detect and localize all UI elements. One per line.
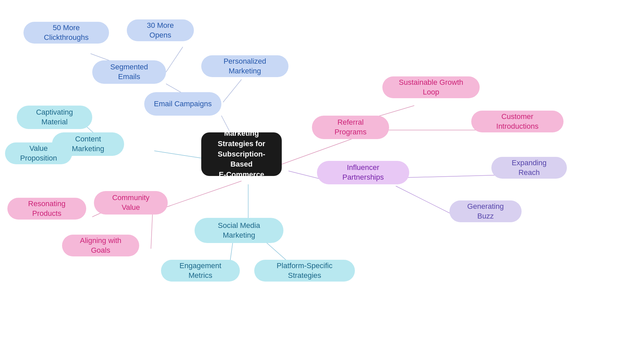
fifty-clickthroughs-label: 50 More Clickthroughs: [33, 23, 100, 42]
segmented-emails-label: Segmented Emails: [102, 62, 157, 81]
segmented-emails-node: Segmented Emails: [92, 60, 166, 84]
social-media-marketing-node: Social Media Marketing: [195, 218, 283, 243]
sustainable-growth-label: Sustainable Growth Loop: [392, 78, 470, 97]
center-node: Marketing Strategies for Subscription-Ba…: [201, 132, 282, 176]
svg-line-4: [282, 136, 361, 164]
sustainable-growth-node: Sustainable Growth Loop: [382, 76, 480, 98]
influencer-partnerships-label: Influencer Partnerships: [326, 163, 400, 182]
value-proposition-label: Value Proposition: [14, 144, 63, 163]
influencer-partnerships-node: Influencer Partnerships: [317, 161, 409, 184]
svg-line-18: [402, 175, 503, 178]
engagement-metrics-label: Engagement Metrics: [170, 261, 230, 280]
captivating-material-label: Captivating Material: [26, 108, 83, 127]
personalized-marketing-label: Personalized Marketing: [211, 57, 279, 76]
social-media-marketing-label: Social Media Marketing: [204, 221, 274, 240]
referral-programs-node: Referral Programs: [312, 116, 389, 139]
customer-introductions-node: Customer Introductions: [471, 111, 564, 132]
resonating-products-node: Resonating Products: [7, 198, 86, 220]
center-label: Marketing Strategies for Subscription-Ba…: [213, 128, 270, 180]
expanding-reach-label: Expanding Reach: [501, 158, 557, 177]
svg-line-13: [151, 211, 153, 249]
thirty-more-opens-label: 30 More Opens: [136, 21, 184, 40]
captivating-material-node: Captivating Material: [17, 106, 92, 129]
fifty-clickthroughs-node: 50 More Clickthroughs: [23, 22, 109, 44]
aligning-with-goals-node: Aligning with Goals: [62, 235, 139, 256]
customer-introductions-label: Customer Introductions: [481, 112, 554, 131]
thirty-more-opens-node: 30 More Opens: [127, 19, 194, 41]
platform-specific-node: Platform-Specific Strategies: [254, 260, 355, 282]
community-value-node: Community Value: [94, 191, 168, 215]
svg-line-2: [159, 181, 241, 209]
referral-programs-label: Referral Programs: [321, 118, 380, 137]
generating-buzz-node: Generating Buzz: [449, 200, 522, 222]
community-value-label: Community Value: [103, 193, 158, 212]
expanding-reach-node: Expanding Reach: [491, 157, 567, 179]
value-proposition-node: Value Proposition: [5, 142, 72, 164]
generating-buzz-label: Generating Buzz: [459, 202, 512, 221]
email-campaigns-node: Email Campaigns: [144, 92, 221, 116]
email-campaigns-label: Email Campaigns: [154, 99, 212, 109]
personalized-marketing-node: Personalized Marketing: [201, 55, 288, 77]
engagement-metrics-node: Engagement Metrics: [161, 260, 240, 282]
svg-line-8: [166, 47, 183, 72]
resonating-products-label: Resonating Products: [17, 199, 77, 218]
svg-line-7: [223, 79, 241, 102]
aligning-with-goals-label: Aligning with Goals: [71, 236, 130, 255]
platform-specific-label: Platform-Specific Strategies: [264, 261, 345, 280]
